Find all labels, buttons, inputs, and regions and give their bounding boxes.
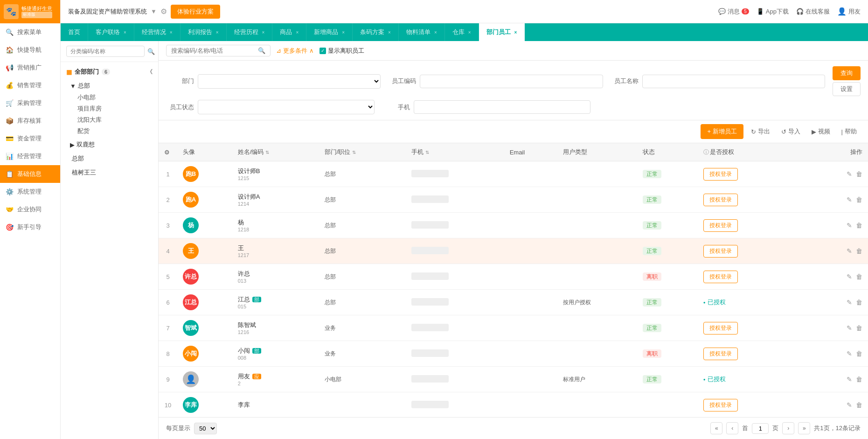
nav-tab-仓库[interactable]: 仓库× [445, 23, 479, 41]
sidebar-item-企业协同[interactable]: 🤝企业协同 [0, 201, 60, 218]
auth-login-button[interactable]: 授权登录 [703, 219, 738, 232]
tab-close-icon[interactable]: × [434, 30, 437, 35]
message-item[interactable]: 💬 消息 5 [718, 7, 749, 16]
emp-name-input[interactable] [642, 75, 825, 88]
edit-icon[interactable]: ✎ [847, 247, 852, 255]
system-dropdown-icon[interactable]: ▼ [151, 8, 157, 15]
settings-icon[interactable]: ⚙ [160, 7, 167, 16]
auth-login-button[interactable]: 授权登录 [703, 245, 738, 258]
app-download-item[interactable]: 📱 App下载 [757, 7, 789, 16]
collapse-icon[interactable]: 《 [147, 68, 153, 76]
page-number-input[interactable] [752, 423, 769, 434]
nav-tab-商品[interactable]: 商品× [272, 23, 306, 41]
search-input[interactable] [171, 47, 255, 54]
auth-login-button[interactable]: 授权登录 [703, 399, 738, 411]
dept-search-icon[interactable]: 🔍 [147, 48, 155, 55]
delete-icon[interactable]: 🗑 [856, 196, 862, 203]
delete-icon[interactable]: 🗑 [856, 222, 862, 229]
sidebar-item-新手引导[interactable]: 🎯新手引导 [0, 218, 60, 236]
edit-icon[interactable]: ✎ [847, 401, 852, 409]
nav-tab-客户联络[interactable]: 客户联络× [88, 23, 134, 41]
tab-close-icon[interactable]: × [514, 30, 517, 35]
sidebar-item-基础信息[interactable]: 📋基础信息 [0, 165, 60, 183]
edit-icon[interactable]: ✎ [847, 350, 852, 357]
delete-icon[interactable]: 🗑 [856, 401, 862, 409]
sidebar-item-库存核算[interactable]: 📦库存核算 [0, 112, 60, 130]
delete-icon[interactable]: 🗑 [856, 273, 862, 280]
edit-icon[interactable]: ✎ [847, 170, 852, 178]
export-button[interactable]: ↻ 导出 [747, 125, 774, 139]
th-name[interactable]: 姓名/编码 ⇅ [232, 143, 319, 161]
sidebar-item-采购管理[interactable]: 🛒采购管理 [0, 94, 60, 112]
th-dept[interactable]: 部门/职位 ⇅ [319, 143, 406, 161]
tab-close-icon[interactable]: × [216, 30, 219, 35]
edit-icon[interactable]: ✎ [847, 273, 852, 280]
sidebar-item-快捷导航[interactable]: 🏠快捷导航 [0, 41, 60, 59]
tab-close-icon[interactable]: × [124, 30, 126, 35]
import-button[interactable]: ↺ 导入 [778, 125, 804, 139]
sidebar-item-系统管理[interactable]: ⚙️系统管理 [0, 183, 60, 201]
phone-input[interactable] [414, 100, 590, 114]
edit-icon[interactable]: ✎ [847, 222, 852, 229]
nav-tab-新增商品[interactable]: 新增商品× [306, 23, 353, 41]
dept-child-xiaodian[interactable]: 小电部 [66, 92, 153, 103]
edit-icon[interactable]: ✎ [847, 196, 852, 203]
nav-tab-首页[interactable]: 首页 [61, 23, 88, 41]
trial-button[interactable]: 体验行业方案 [171, 5, 220, 19]
auth-login-button[interactable]: 授权登录 [703, 348, 738, 360]
auth-login-button[interactable]: 授权登录 [703, 322, 738, 334]
sidebar-item-营销推广[interactable]: 📢营销推广 [0, 59, 60, 77]
delete-icon[interactable]: 🗑 [856, 299, 862, 306]
prev-page-button[interactable]: ‹ [726, 422, 738, 434]
dept-all-item[interactable]: ▦ 全部部门 6 《 [66, 66, 153, 78]
per-page-select[interactable]: 50 [194, 423, 217, 434]
query-button[interactable]: 查询 [833, 66, 861, 80]
th-settings[interactable]: ⚙ [159, 143, 177, 161]
auth-login-button[interactable]: 授权登录 [703, 194, 738, 206]
delete-icon[interactable]: 🗑 [856, 350, 862, 357]
dept-group-name-zhishu[interactable]: 植树王三 [66, 167, 153, 179]
info-icon[interactable]: ⓘ [703, 148, 709, 156]
dept-select[interactable] [198, 74, 381, 89]
first-page-button[interactable]: « [710, 422, 722, 434]
dept-group-name-zongbu[interactable]: ▼ 总部 [66, 80, 153, 92]
help-button[interactable]: | 帮助 [838, 125, 861, 139]
edit-icon[interactable]: ✎ [847, 376, 852, 383]
nav-tab-利润报告[interactable]: 利润报告× [181, 23, 227, 41]
dept-group-name-zongbu2[interactable]: 总部 [66, 153, 153, 165]
user-item[interactable]: 👤 用友 [837, 7, 861, 16]
reset-button[interactable]: 设置 [833, 82, 861, 96]
emp-status-select[interactable] [198, 100, 375, 114]
edit-icon[interactable]: ✎ [847, 299, 852, 306]
auth-login-button[interactable]: 授权登录 [703, 168, 738, 181]
sidebar-item-经营管理[interactable]: 📊经营管理 [0, 147, 60, 165]
last-page-button[interactable]: » [798, 422, 810, 434]
add-employee-button[interactable]: + 新增员工 [701, 124, 743, 139]
search-icon[interactable]: 🔍 [258, 47, 265, 54]
edit-icon[interactable]: ✎ [847, 324, 852, 332]
delete-icon[interactable]: 🗑 [856, 324, 862, 332]
sidebar-item-资金管理[interactable]: 💳资金管理 [0, 130, 60, 147]
tab-close-icon[interactable]: × [170, 30, 173, 35]
online-service-item[interactable]: 🎧 在线客服 [796, 7, 830, 16]
tab-close-icon[interactable]: × [296, 30, 299, 35]
tab-close-icon[interactable]: × [262, 30, 265, 35]
sidebar-item-搜索菜单[interactable]: 🔍搜索菜单 [0, 23, 60, 41]
nav-tab-经营历程[interactable]: 经营历程× [227, 23, 273, 41]
show-resign-toggle[interactable]: ✓ 显示离职员工 [319, 47, 364, 55]
sidebar-item-销售管理[interactable]: 💰销售管理 [0, 77, 60, 94]
dept-child-peihuo[interactable]: 配货 [66, 125, 153, 137]
th-phone[interactable]: 手机 ⇅ [406, 143, 504, 161]
dept-child-shenyang[interactable]: 沈阳大库 [66, 114, 153, 125]
tab-close-icon[interactable]: × [342, 30, 345, 35]
next-page-button[interactable]: › [782, 422, 794, 434]
more-conditions-btn[interactable]: ⊿ 更多条件 ∧ [276, 47, 314, 55]
delete-icon[interactable]: 🗑 [856, 376, 862, 383]
auth-login-button[interactable]: 授权登录 [703, 271, 738, 283]
dept-child-xiangmu[interactable]: 项目库房 [66, 103, 153, 114]
emp-code-input[interactable] [420, 75, 603, 88]
delete-icon[interactable]: 🗑 [856, 247, 862, 255]
dept-search-input[interactable] [66, 46, 145, 57]
tab-close-icon[interactable]: × [468, 30, 471, 35]
nav-tab-物料清单[interactable]: 物料清单× [399, 23, 445, 41]
